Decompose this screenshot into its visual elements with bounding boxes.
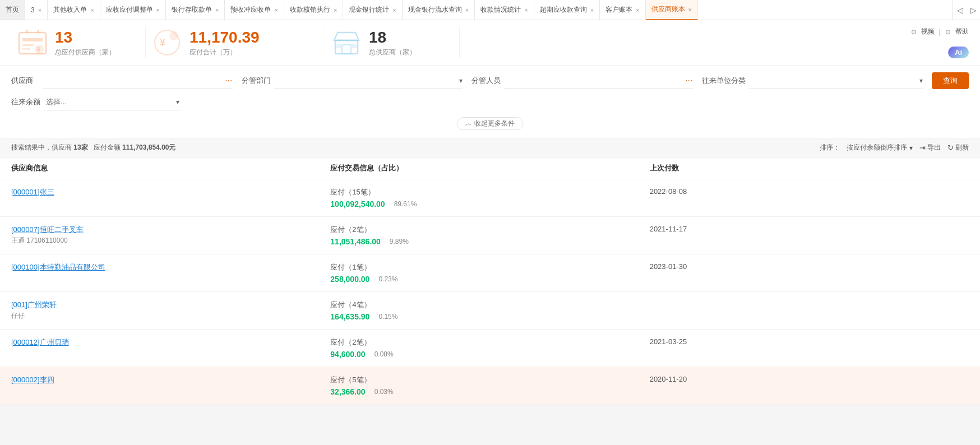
result-bar: 搜索结果中，供应商 13家 应付金额 111,703,854.00元 排序： 按…	[0, 138, 980, 157]
stat-block-total: 18 总供应商（家）	[325, 27, 460, 58]
export-button[interactable]: ⇥ 导出	[919, 143, 941, 152]
ai-button[interactable]: Ai	[948, 47, 969, 58]
nav-tab-advance-cancel[interactable]: 预收冲应收单 ×	[225, 0, 284, 20]
nav-tab-receipt-verify-close[interactable]: ×	[334, 7, 337, 13]
filter-person: 分管人员 ···	[471, 72, 693, 89]
tx-info-3: 应付（4笔） 164,635.90 0.15%	[330, 300, 649, 321]
supplier-link-5[interactable]: [000002]李四	[11, 375, 330, 385]
svg-rect-10	[342, 45, 351, 54]
tx-info-5: 应付（5笔） 32,366.00 0.03%	[330, 375, 649, 396]
nav-tab-other-income-close[interactable]: ×	[90, 7, 94, 13]
nav-tab-bank-deposit-close[interactable]: ×	[215, 7, 219, 13]
refresh-button[interactable]: ↻ 刷新	[947, 143, 969, 152]
tx-amount-2[interactable]: 258,000.00	[330, 275, 369, 284]
table-row: [000001]张三 应付（15笔） 100,092,540.00 89.61%…	[0, 179, 980, 217]
person-input[interactable]	[504, 72, 685, 89]
nav-tab-home[interactable]: 首页	[0, 0, 25, 20]
nav-tab-other-income-label: 其他收入单	[53, 5, 87, 15]
supplier-link-4[interactable]: [000012]广州贝瑞	[11, 337, 330, 347]
filter-supplier: 供应商 ···	[11, 72, 233, 89]
result-count: 13家	[73, 143, 87, 151]
last-pay-1: 2021-11-17	[650, 225, 969, 233]
nav-tab-receipt-stats[interactable]: 收款情况统计 ×	[475, 0, 534, 20]
nav-tab-advance-cancel-close[interactable]: ×	[274, 7, 278, 13]
sort-down-icon: ▾	[909, 144, 913, 152]
supplier-info-4: [000012]广州贝瑞	[11, 337, 330, 349]
nav-tab-customer-account-close[interactable]: ×	[636, 7, 639, 13]
tx-amount-5[interactable]: 32,366.00	[330, 387, 365, 396]
dept-input[interactable]	[274, 72, 460, 89]
tx-label-5: 应付（5笔）	[330, 375, 649, 385]
nav-tab-3-close[interactable]: ×	[38, 7, 41, 13]
nav-tab-overdue-close[interactable]: ×	[590, 7, 594, 13]
supplier-link-3[interactable]: [001]广州荣轩	[11, 300, 330, 310]
nav-tab-receipt-verify[interactable]: 收款核销执行 ×	[284, 0, 343, 20]
dept-chevron-icon[interactable]: ▾	[459, 77, 463, 85]
tx-label-2: 应付（1笔）	[330, 262, 649, 272]
top-nav: 首页 3 × 其他收入单 × 应收应付调整单 × 银行存取款单 × 预收冲应收单…	[0, 0, 980, 20]
sort-button[interactable]: 按应付余额倒序排序 ▾	[847, 143, 913, 152]
category-chevron-icon[interactable]: ▾	[919, 77, 923, 85]
supplier-dots[interactable]: ···	[225, 76, 232, 86]
table-row: [000002]李四 应付（5笔） 32,366.00 0.03% 2020-1…	[0, 367, 980, 405]
tx-percent-2: 0.23%	[378, 275, 397, 283]
nav-tab-cash-bank-flow[interactable]: 现金银行流水查询 ×	[403, 0, 475, 20]
search-button[interactable]: 查询	[932, 72, 969, 89]
nav-tab-supplier-account[interactable]: 供应商账本 ×	[646, 0, 698, 20]
tx-info-1: 应付（2笔） 11,051,486.00 9.89%	[330, 225, 649, 246]
chevron-up-icon: ︿	[465, 119, 472, 128]
result-prefix: 搜索结果中，供应商	[11, 143, 72, 151]
nav-tab-ap-adjust-close[interactable]: ×	[156, 7, 160, 13]
supplier-link-1[interactable]: [000007]恒旺二手叉车	[11, 225, 330, 235]
nav-tab-ap-adjust[interactable]: 应收应付调整单 ×	[100, 0, 166, 20]
tx-percent-3: 0.15%	[378, 313, 397, 321]
link-separator: |	[939, 28, 941, 36]
svg-rect-1	[22, 38, 43, 41]
nav-tab-supplier-account-close[interactable]: ×	[688, 6, 692, 13]
nav-tab-receipt-stats-label: 收款情况统计	[480, 5, 521, 15]
video-link[interactable]: 视频	[921, 27, 935, 36]
collapse-button[interactable]: ︿ 收起更多条件	[457, 117, 523, 130]
balance-chevron-icon[interactable]: ▾	[176, 98, 179, 106]
stat-label-total: 总供应商（家）	[369, 48, 416, 57]
svg-rect-12	[352, 44, 357, 48]
supplier-info-1: [000007]恒旺二手叉车 王通 17106110000	[11, 225, 330, 245]
category-input[interactable]	[749, 72, 920, 89]
tx-amount-3[interactable]: 164,635.90	[330, 312, 369, 321]
export-icon: ⇥	[919, 143, 926, 152]
filter-row-2: 往来余额 ▾	[11, 94, 179, 110]
nav-tab-3[interactable]: 3 ×	[25, 0, 48, 20]
tx-amount-4[interactable]: 94,600.00	[330, 350, 365, 359]
nav-arrows: ◁ ▷	[953, 0, 980, 20]
help-link[interactable]: 帮助	[955, 27, 969, 36]
nav-tab-customer-account[interactable]: 客户账本 ×	[600, 0, 645, 20]
person-dots[interactable]: ···	[685, 76, 692, 86]
supplier-link-0[interactable]: [000001]张三	[11, 187, 330, 197]
nav-tab-cash-bank-flow-close[interactable]: ×	[465, 7, 469, 13]
supplier-info-2: [000100]本特勤油品有限公司	[11, 262, 330, 274]
tx-amount-1[interactable]: 11,051,486.00	[330, 237, 381, 246]
table-row: [000012]广州贝瑞 应付（2笔） 94,600.00 0.08% 2021…	[0, 330, 980, 367]
supplier-link-2[interactable]: [000100]本特勤油品有限公司	[11, 262, 330, 272]
tx-info-0: 应付（15笔） 100,092,540.00 89.61%	[330, 187, 649, 208]
filter-dept-label: 分管部门	[242, 76, 271, 86]
balance-input[interactable]	[44, 94, 176, 110]
nav-tab-other-income[interactable]: 其他收入单 ×	[48, 0, 100, 20]
result-bar-right: 排序： 按应付余额倒序排序 ▾ ⇥ 导出 ↻ 刷新	[820, 143, 969, 152]
nav-tab-cash-bank-stats[interactable]: 现金银行统计 ×	[343, 0, 402, 20]
filter-supplier-label: 供应商	[11, 76, 39, 86]
nav-tab-overdue[interactable]: 超期应收款查询 ×	[534, 0, 600, 20]
nav-right-arrow[interactable]: ▷	[967, 0, 980, 20]
stat-label-amount: 应付合计（万）	[189, 48, 260, 57]
filter-balance-label: 往来余额	[11, 97, 40, 107]
supplier-input[interactable]	[43, 72, 225, 89]
tx-percent-0: 89.61%	[394, 200, 417, 208]
nav-tab-cash-bank-stats-close[interactable]: ×	[392, 7, 396, 13]
nav-left-arrow[interactable]: ◁	[953, 0, 967, 20]
nav-tab-bank-deposit[interactable]: 银行存取款单 ×	[166, 0, 225, 20]
nav-tab-receipt-stats-close[interactable]: ×	[524, 7, 528, 13]
tx-amount-0[interactable]: 100,092,540.00	[330, 200, 385, 208]
top-right-links: ⊙ 视频 | ⊙ 帮助	[911, 27, 969, 36]
filter-area: 供应商 ··· 分管部门 ▾ 分管人员 ··· 往来单位分类	[0, 66, 980, 138]
filter-category-label: 往来单位分类	[702, 76, 746, 86]
